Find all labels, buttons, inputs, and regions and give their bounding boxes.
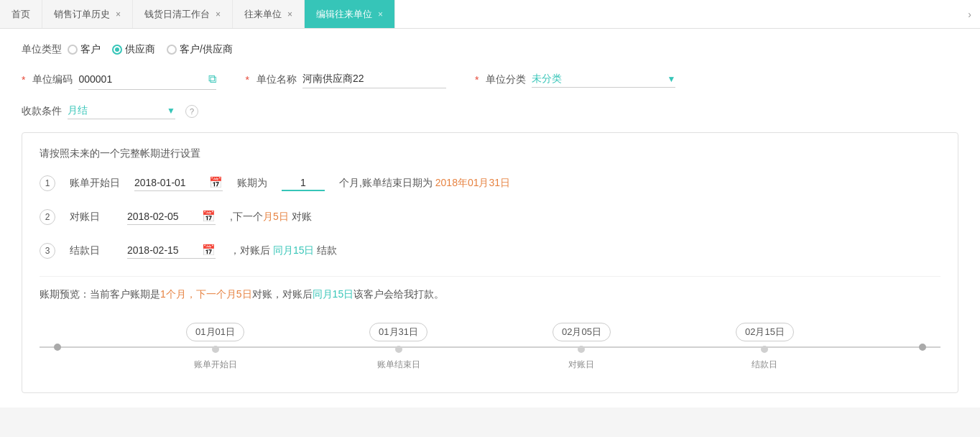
- timeline-point-4: 02月15日 结款日: [736, 323, 794, 371]
- calendar-icon-1[interactable]: 📅: [209, 176, 223, 189]
- unit-name-required: *: [245, 74, 249, 86]
- unit-category-group: * 单位分类 未分类 ▼: [475, 71, 675, 88]
- radio-supplier-label: 供应商: [125, 43, 155, 56]
- unit-code-label: 单位编码: [32, 73, 73, 86]
- preview-section: 账期预览：当前客户账期是1个月，下一个月5日对账，对账后同月15日该客户会给我打…: [40, 276, 940, 378]
- account-period-box: 请按照未来的一个完整帐期进行设置 1 账单开始日 📅 账期为 个月,账单结束日期…: [22, 132, 958, 393]
- unit-info-row: * 单位编码 ⧉ * 单位名称 * 单位分类 未分类 ▼: [22, 69, 958, 90]
- step-date-input-1[interactable]: [134, 177, 206, 188]
- payment-terms-row: 收款条件 月结 ▼ ?: [22, 103, 958, 119]
- radio-both[interactable]: 客户/供应商: [167, 43, 233, 56]
- copy-icon[interactable]: ⧉: [208, 73, 216, 86]
- step-row-1: 1 账单开始日 📅 账期为 个月,账单结束日期为 2018年01月31日: [40, 175, 940, 191]
- calendar-icon-2[interactable]: 📅: [202, 210, 216, 223]
- timeline-point-1: 01月01日 账单开始日: [186, 323, 244, 371]
- tab-partner-units-close[interactable]: ×: [287, 9, 292, 19]
- tl-sublabel-1: 账单开始日: [194, 359, 237, 371]
- unit-code-group: * 单位编码 ⧉: [22, 69, 216, 90]
- preview-middle: 对账，对账后: [252, 288, 313, 300]
- step-date-input-3[interactable]: [127, 244, 199, 256]
- unit-category-select[interactable]: 未分类 ▼: [532, 71, 675, 88]
- tl-badge-1: 01月01日: [186, 323, 244, 341]
- radio-both-circle: [167, 45, 177, 55]
- left-dot: [54, 344, 61, 351]
- step-number-2: 2: [40, 209, 55, 225]
- tab-partner-units-label: 往来单位: [244, 8, 282, 21]
- step-1-desc-after: 个月,账单结束日期为 2018年01月31日: [339, 177, 510, 190]
- tl-badge-2: 01月31日: [369, 323, 427, 341]
- radio-customer-label: 客户: [80, 43, 101, 56]
- tab-home[interactable]: 首页: [0, 0, 42, 28]
- tab-expand-button[interactable]: ›: [959, 0, 980, 28]
- step-2-desc: ,下一个月5日 对账: [230, 211, 312, 224]
- timeline-right-endpoint: [919, 344, 926, 351]
- unit-category-label: 单位分类: [486, 73, 526, 86]
- step-3-highlight: 同月15日: [273, 244, 315, 256]
- box-title: 请按照未来的一个完整帐期进行设置: [40, 147, 940, 160]
- payment-terms-group: 收款条件 月结 ▼ ?: [22, 103, 198, 119]
- preview-part1: 1个月，: [160, 288, 196, 300]
- step-label-3: 结款日: [70, 244, 113, 257]
- preview-text: 账期预览：当前客户账期是1个月，下一个月5日对账，对账后同月15日该客户会给我打…: [40, 288, 940, 301]
- preview-part2: 下一个月5日: [196, 288, 252, 300]
- unit-code-required: *: [22, 74, 25, 86]
- tab-bar: 首页 销售订单历史 × 钱货日清工作台 × 往来单位 × 编辑往来单位 × ›: [0, 0, 980, 29]
- step-date-1: 📅: [134, 175, 223, 191]
- unit-category-value: 未分类: [532, 73, 662, 86]
- step-row-3: 3 结款日 📅 ，对账后 同月15日 结款: [40, 242, 940, 259]
- payment-terms-value: 月结: [68, 104, 162, 117]
- calendar-icon-3[interactable]: 📅: [202, 244, 216, 257]
- timeline-point-2: 01月31日 账单结束日: [369, 323, 427, 371]
- preview-prefix: 账期预览：当前客户账期是: [40, 288, 160, 300]
- step-date-2: 📅: [127, 208, 216, 225]
- tl-sublabel-4: 结款日: [752, 359, 777, 371]
- tl-dot-2: [395, 346, 402, 353]
- main-content: 单位类型 客户 供应商 客户/供应商 * 单位编码: [0, 29, 980, 408]
- preview-part3: 同月15日: [313, 288, 354, 300]
- tab-sales-order-history-close[interactable]: ×: [116, 9, 121, 19]
- step-3-desc: ，对账后 同月15日 结款: [230, 244, 337, 257]
- help-icon[interactable]: ?: [185, 105, 198, 118]
- step-date-input-2[interactable]: [127, 211, 199, 222]
- unit-code-input[interactable]: [78, 70, 204, 88]
- unit-type-label: 单位类型: [22, 43, 62, 56]
- radio-customer-circle: [68, 45, 78, 55]
- radio-both-label: 客户/供应商: [180, 43, 233, 56]
- period-input[interactable]: [282, 175, 325, 191]
- chevron-down-icon: ▼: [667, 74, 675, 84]
- tl-badge-4: 02月15日: [736, 323, 794, 341]
- tab-home-label: 首页: [11, 8, 30, 21]
- radio-supplier-circle: [112, 45, 122, 55]
- step-1-end-date: 2018年01月31日: [435, 177, 510, 188]
- step-label-1: 账单开始日: [70, 177, 120, 190]
- tab-partner-units[interactable]: 往来单位 ×: [233, 0, 305, 28]
- unit-code-input-wrapper: ⧉: [78, 69, 216, 90]
- tl-sublabel-3: 对账日: [568, 359, 594, 371]
- payment-terms-select[interactable]: 月结 ▼: [68, 103, 175, 119]
- tab-sales-order-history[interactable]: 销售订单历史 ×: [42, 0, 133, 28]
- tab-edit-partner-unit-label: 编辑往来单位: [316, 8, 372, 21]
- tab-edit-partner-unit[interactable]: 编辑往来单位 ×: [305, 0, 395, 28]
- unit-type-row: 单位类型 客户 供应商 客户/供应商: [22, 43, 958, 56]
- radio-supplier[interactable]: 供应商: [112, 43, 155, 56]
- tab-cash-reconciliation-close[interactable]: ×: [216, 9, 221, 19]
- tab-edit-partner-unit-close[interactable]: ×: [378, 9, 383, 19]
- tl-dot-3: [578, 346, 585, 353]
- tl-dot-4: [761, 346, 768, 353]
- chevron-right-icon: ›: [968, 9, 971, 20]
- unit-name-input[interactable]: [302, 70, 446, 88]
- radio-customer[interactable]: 客户: [68, 43, 101, 56]
- payment-terms-chevron-icon: ▼: [167, 106, 175, 116]
- unit-type-group: 单位类型 客户 供应商 客户/供应商: [22, 43, 233, 56]
- unit-type-radio-group: 客户 供应商 客户/供应商: [68, 43, 233, 56]
- tl-sublabel-2: 账单结束日: [377, 359, 420, 371]
- step-date-3: 📅: [127, 242, 216, 259]
- step-row-2: 2 对账日 📅 ,下一个月5日 对账: [40, 208, 940, 225]
- timeline: 01月01日 账单开始日 01月31日 账单结束日 02月05日: [40, 316, 940, 378]
- tab-cash-reconciliation-label: 钱货日清工作台: [144, 8, 210, 21]
- unit-name-label: 单位名称: [256, 73, 297, 86]
- tab-cash-reconciliation[interactable]: 钱货日清工作台 ×: [133, 0, 233, 28]
- right-dot: [919, 344, 926, 351]
- unit-name-group: * 单位名称: [245, 70, 445, 88]
- timeline-left-endpoint: [54, 344, 61, 351]
